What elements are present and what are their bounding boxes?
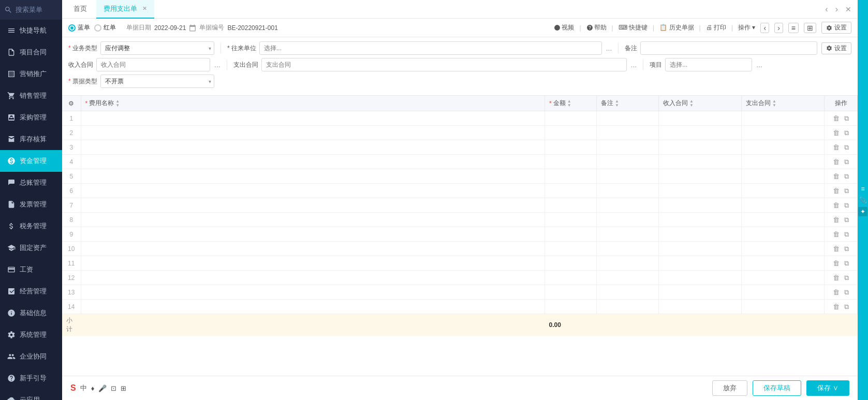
cell-income-contract[interactable] <box>659 271 742 285</box>
copy-row-btn[interactable]: ⧉ <box>843 288 850 297</box>
cell-income-contract[interactable] <box>659 126 742 140</box>
cell-expense-name[interactable] <box>81 285 545 300</box>
cell-expense-name[interactable] <box>81 300 545 314</box>
brand-diamond-icon[interactable]: ♦ <box>91 384 95 392</box>
toolbar-nav-next[interactable]: › <box>774 23 783 33</box>
calendar-icon[interactable] <box>189 24 196 32</box>
project-input[interactable] <box>665 58 752 71</box>
brand-grid-icon[interactable]: ⊞ <box>121 384 126 392</box>
sidebar-search[interactable]: 搜索菜单 <box>0 0 62 20</box>
project-dots[interactable]: ... <box>756 61 762 69</box>
action-help[interactable]: 帮助 <box>586 23 607 32</box>
cell-expense-name[interactable] <box>81 184 545 198</box>
save-button[interactable]: 保存 ∨ <box>806 380 849 396</box>
cell-amount[interactable] <box>545 126 597 140</box>
sort-icon-expense-contract[interactable]: ▲▼ <box>772 99 776 108</box>
cell-expense-name[interactable] <box>81 111 545 126</box>
sidebar-item-yingxiao[interactable]: 营销推广 <box>0 63 62 85</box>
action-print[interactable]: 🖨 打印 <box>706 23 726 32</box>
close-window-btn[interactable]: ✕ <box>843 4 854 14</box>
cell-income-contract[interactable] <box>659 111 742 126</box>
cell-expense-contract[interactable] <box>742 271 825 285</box>
sidebar-item-yun[interactable]: 云应用 <box>0 389 62 400</box>
copy-row-btn[interactable]: ⧉ <box>843 114 850 123</box>
delete-row-btn[interactable]: 🗑 <box>831 172 841 181</box>
delete-row-btn[interactable]: 🗑 <box>831 302 841 311</box>
cell-remark[interactable] <box>597 285 659 300</box>
cell-amount[interactable] <box>545 184 597 198</box>
copy-row-btn[interactable]: ⧉ <box>843 302 850 312</box>
cell-amount[interactable] <box>545 271 597 285</box>
cell-remark[interactable] <box>597 111 659 126</box>
save-draft-button[interactable]: 保存草稿 <box>753 380 801 396</box>
cell-income-contract[interactable] <box>659 300 742 314</box>
delete-row-btn[interactable]: 🗑 <box>831 128 841 137</box>
cell-remark[interactable] <box>597 227 659 242</box>
cell-expense-contract[interactable] <box>742 198 825 213</box>
delete-row-btn[interactable]: 🗑 <box>831 143 841 152</box>
cell-expense-contract[interactable] <box>742 213 825 227</box>
cell-amount[interactable] <box>545 155 597 169</box>
business-type-select[interactable]: 应付调整 <box>100 41 214 55</box>
copy-row-btn[interactable]: ⧉ <box>843 186 850 196</box>
cell-expense-name[interactable] <box>81 140 545 155</box>
cell-amount[interactable] <box>545 213 597 227</box>
cell-expense-contract[interactable] <box>742 111 825 126</box>
copy-row-btn[interactable]: ⧉ <box>843 244 850 254</box>
top-settings-button[interactable]: 设置 <box>821 42 851 54</box>
sidebar-item-caigou[interactable]: 采购管理 <box>0 107 62 128</box>
delete-row-btn[interactable]: 🗑 <box>831 288 841 297</box>
delete-row-btn[interactable]: 🗑 <box>831 157 841 166</box>
tab-expense[interactable]: 费用支出单 ✕ <box>96 0 154 19</box>
delete-row-btn[interactable]: 🗑 <box>831 259 841 268</box>
tab-prev-btn[interactable]: ‹ <box>823 4 830 15</box>
sidebar-item-gongzi[interactable]: 工资 <box>0 259 62 280</box>
cell-expense-contract[interactable] <box>742 169 825 184</box>
sort-icon-amount[interactable]: ▲▼ <box>567 99 571 108</box>
sidebar-item-zijin[interactable]: 资金管理 <box>0 150 62 172</box>
cell-income-contract[interactable] <box>659 227 742 242</box>
copy-row-btn[interactable]: ⧉ <box>843 259 850 268</box>
cell-income-contract[interactable] <box>659 155 742 169</box>
toolbar-nav-prev[interactable]: ‹ <box>760 23 769 33</box>
expense-contract-input[interactable] <box>261 58 627 71</box>
sidebar-item-xiaoshou[interactable]: 销售管理 <box>0 85 62 107</box>
cell-remark[interactable] <box>597 140 659 155</box>
cell-expense-contract[interactable] <box>742 184 825 198</box>
copy-row-btn[interactable]: ⧉ <box>843 128 850 138</box>
cell-expense-name[interactable] <box>81 242 545 256</box>
sidebar-item-xinshou[interactable]: 新手引导 <box>0 367 62 389</box>
cell-remark[interactable] <box>597 242 659 256</box>
copy-row-btn[interactable]: ⧉ <box>843 215 850 225</box>
partner-dots[interactable]: ... <box>606 44 612 52</box>
tab-next-btn[interactable]: › <box>833 4 840 15</box>
delete-row-btn[interactable]: 🗑 <box>831 273 841 282</box>
income-contract-input[interactable] <box>96 58 210 71</box>
cell-income-contract[interactable] <box>659 184 742 198</box>
brand-mic-icon[interactable]: 🎤 <box>98 384 107 392</box>
th-settings[interactable]: ⚙ <box>62 96 81 111</box>
cell-expense-contract[interactable] <box>742 285 825 300</box>
toolbar-grid-view[interactable]: ⊞ <box>804 23 816 33</box>
cell-remark[interactable] <box>597 271 659 285</box>
cell-amount[interactable] <box>545 256 597 271</box>
cell-remark[interactable] <box>597 256 659 271</box>
cell-income-contract[interactable] <box>659 285 742 300</box>
cell-expense-name[interactable] <box>81 169 545 184</box>
income-contract-dots[interactable]: ... <box>214 61 220 69</box>
cell-remark[interactable] <box>597 155 659 169</box>
toolbar-list-view[interactable]: ≡ <box>788 23 799 33</box>
brand-square-icon[interactable]: ⊡ <box>111 384 116 392</box>
sidebar-item-jichu[interactable]: 基础信息 <box>0 302 62 324</box>
cell-expense-name[interactable] <box>81 155 545 169</box>
cell-remark[interactable] <box>597 213 659 227</box>
side-accent-btn-3[interactable]: ✦ <box>858 207 867 216</box>
remark-input[interactable] <box>640 41 817 55</box>
delete-row-btn[interactable]: 🗑 <box>831 186 841 195</box>
tab-close-expense[interactable]: ✕ <box>142 5 147 12</box>
delete-row-btn[interactable]: 🗑 <box>831 230 841 239</box>
action-operate[interactable]: 操作 ▾ <box>738 23 755 32</box>
sort-icon-expense[interactable]: ▲▼ <box>115 99 120 108</box>
sidebar-item-fapiao[interactable]: 发票管理 <box>0 194 62 215</box>
sidebar-item-shuiwu[interactable]: 税务管理 <box>0 215 62 237</box>
